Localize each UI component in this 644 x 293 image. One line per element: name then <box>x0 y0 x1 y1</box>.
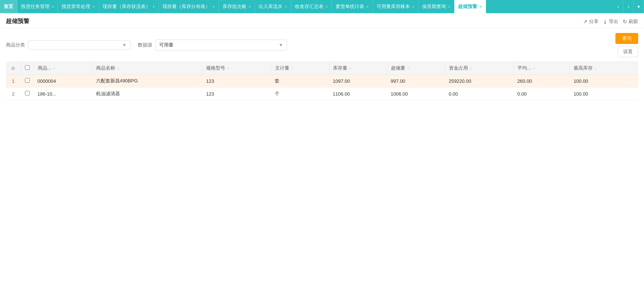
nav-tab[interactable]: 拣货异常处理× <box>58 0 99 13</box>
cell-overstock-qty: 997.00 <box>387 75 445 88</box>
tab-close-icon[interactable]: × <box>366 4 369 9</box>
sort-icon-spec: ↕ <box>227 66 229 70</box>
nav-prev-arrow[interactable]: ‹ <box>613 0 623 13</box>
filter-buttons: 查询 设置 <box>615 33 638 57</box>
row-checkbox[interactable] <box>25 91 30 96</box>
table-row: 2 186-10... 机油滤清器 123 个 1106.00 1006.00 … <box>6 88 638 100</box>
cell-stock-qty: 1097.00 <box>329 75 387 88</box>
sort-icon-unit: ↕ <box>291 66 293 70</box>
header-actions: ↗ 分享 ⤓ 导出 ↻ 刷新 <box>583 18 638 25</box>
product-category-label: 商品分类 <box>6 42 25 48</box>
row-index: 2 <box>6 88 21 100</box>
cell-max-stock: 100.00 <box>570 88 638 100</box>
nav-tab[interactable]: 现存量（库存状况表）× <box>99 0 159 13</box>
cell-unit: 套 <box>271 75 329 88</box>
tab-close-icon[interactable]: × <box>448 4 450 9</box>
tab-close-icon[interactable]: × <box>285 4 287 9</box>
data-source-filter: 数据源 可用量 ▼ <box>138 40 287 51</box>
table-row: 1 0000004 六配套新昌490BPG 123 套 1097.00 997.… <box>6 75 638 88</box>
gear-icon: ⚙ <box>11 66 15 71</box>
cell-product-code: 0000004 <box>34 75 92 88</box>
sort-icon-name: ↕ <box>117 66 119 70</box>
tab-close-icon[interactable]: × <box>52 4 54 9</box>
tab-close-icon[interactable]: × <box>249 4 251 9</box>
data-source-select[interactable]: 可用量 ▼ <box>155 40 287 51</box>
chevron-down-icon-2: ▼ <box>279 42 283 48</box>
product-category-filter: 商品分类 ▼ <box>6 40 131 50</box>
gear-settings-header[interactable]: ⚙ <box>6 62 21 75</box>
cell-product-name: 机油滤清器 <box>92 88 202 100</box>
cell-overstock-qty: 1006.00 <box>387 88 445 100</box>
nav-tab[interactable]: 收发存汇总表× <box>291 0 332 13</box>
nav-tab[interactable]: 保质期查询× <box>418 0 454 13</box>
cell-unit: 个 <box>271 88 329 100</box>
page-header: 超储预警 ↗ 分享 ⤓ 导出 ↻ 刷新 <box>0 13 644 29</box>
refresh-action[interactable]: ↻ 刷新 <box>623 18 638 25</box>
row-checkbox-cell[interactable] <box>21 75 34 88</box>
export-icon: ⤓ <box>603 19 607 25</box>
nav-tab[interactable]: 库存批次账× <box>219 0 255 13</box>
nav-home[interactable]: 首页 <box>0 0 17 13</box>
col-spec[interactable]: 规格型号 ↕ <box>202 62 271 75</box>
cell-spec: 123 <box>202 75 271 88</box>
col-stock[interactable]: 库存量 ↕ <box>329 62 387 75</box>
data-source-value: 可用量 <box>159 42 173 48</box>
sort-icon-capital: ↕ <box>470 66 472 70</box>
row-checkbox[interactable] <box>25 78 30 83</box>
nav-tab[interactable]: 可用量库存账本× <box>373 0 418 13</box>
filter-area: 商品分类 ▼ 数据源 可用量 ▼ 查询 设置 <box>0 29 644 62</box>
sort-icon-code: ↕ <box>53 66 55 70</box>
tab-close-icon[interactable]: × <box>153 4 155 9</box>
nav-tab[interactable]: 拣货任务管理× <box>17 0 58 13</box>
data-source-label: 数据源 <box>138 42 152 48</box>
nav-tab[interactable]: 要货单统计表× <box>332 0 373 13</box>
page-content: 超储预警 ↗ 分享 ⤓ 导出 ↻ 刷新 商品分类 ▼ 数据源 <box>0 13 644 293</box>
export-action[interactable]: ⤓ 导出 <box>603 18 618 25</box>
tab-close-icon[interactable]: × <box>479 4 482 9</box>
cell-avg-price: 0.00 <box>514 88 570 100</box>
nav-bar: 首页 拣货任务管理×拣货异常处理×现存量（库存状况表）×现存量（库存分布表）×库… <box>0 0 644 13</box>
sort-icon-overstock: ↕ <box>407 66 409 70</box>
col-avg[interactable]: 平均... ↕ <box>514 62 570 75</box>
row-index: 1 <box>6 75 21 88</box>
col-capital[interactable]: 资金占用 ↕ <box>445 62 513 75</box>
cell-max-stock: 100.00 <box>570 75 638 88</box>
settings-button[interactable]: 设置 <box>618 46 638 57</box>
cell-stock-qty: 1106.00 <box>329 88 387 100</box>
cell-spec: 123 <box>202 88 271 100</box>
select-all-checkbox[interactable] <box>25 65 30 70</box>
cell-product-name: 六配套新昌490BPG <box>92 75 202 88</box>
nav-tab[interactable]: 出入库流水× <box>255 0 291 13</box>
cell-product-code: 186-10... <box>34 88 92 100</box>
cell-capital-usage: 0.00 <box>445 88 513 100</box>
tab-close-icon[interactable]: × <box>326 4 328 9</box>
nav-next-arrow[interactable]: › <box>623 0 634 13</box>
row-checkbox-cell[interactable] <box>21 88 34 100</box>
product-category-select[interactable]: ▼ <box>28 40 131 50</box>
cell-capital-usage: 259220.00 <box>445 75 513 88</box>
nav-more-arrow[interactable]: ▾ <box>634 0 644 13</box>
tab-close-icon[interactable]: × <box>92 4 95 9</box>
tab-close-icon[interactable]: × <box>412 4 414 9</box>
col-product-name[interactable]: 商品名称 ↕ <box>92 62 202 75</box>
share-icon: ↗ <box>583 19 588 25</box>
nav-tab[interactable]: 现存量（库存分布表）× <box>159 0 219 13</box>
main-table: ⚙ 商品... ↕ 商品名称 ↕ 规格型号 ↕ <box>6 62 638 100</box>
chevron-down-icon: ▼ <box>122 42 127 48</box>
col-overstock[interactable]: 超储量 ↕ <box>387 62 445 75</box>
select-all-header[interactable] <box>21 62 34 75</box>
page-title: 超储预警 <box>6 18 29 25</box>
tab-close-icon[interactable]: × <box>212 4 215 9</box>
nav-tab[interactable]: 超储预警× <box>454 0 486 13</box>
cell-avg-price: 260.00 <box>514 75 570 88</box>
col-product-code[interactable]: 商品... ↕ <box>34 62 92 75</box>
col-maxstock[interactable]: 最高库存 ↕ <box>570 62 638 75</box>
col-unit[interactable]: 主计量 ↕ <box>271 62 329 75</box>
sort-icon-avg: ↕ <box>533 66 535 70</box>
query-button[interactable]: 查询 <box>615 33 638 44</box>
refresh-icon: ↻ <box>623 19 627 25</box>
sort-icon-maxstock: ↕ <box>595 66 597 70</box>
share-action[interactable]: ↗ 分享 <box>583 18 599 25</box>
sort-icon-stock: ↕ <box>349 66 351 70</box>
table-header-row: ⚙ 商品... ↕ 商品名称 ↕ 规格型号 ↕ <box>6 62 638 75</box>
